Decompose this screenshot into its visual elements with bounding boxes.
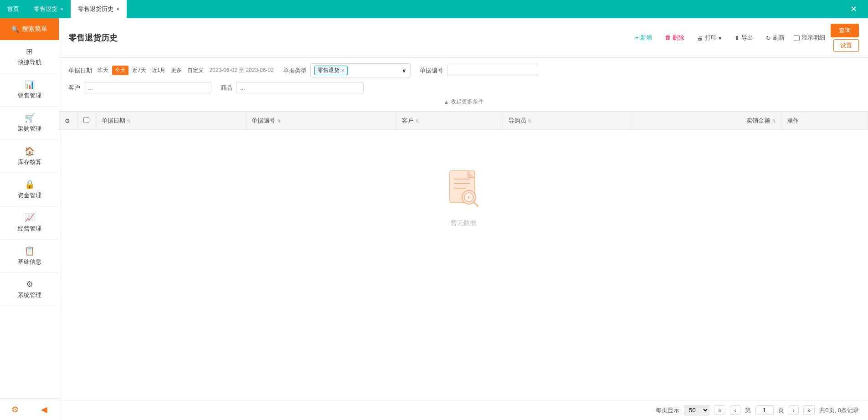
print-icon: 🖨	[697, 35, 703, 41]
sidebar-item-finance[interactable]: 🔒 资金管理	[0, 173, 59, 206]
th-customer[interactable]: 客户 ⇅	[396, 112, 503, 130]
sidebar-item-system-label: 系统管理	[18, 291, 41, 299]
page-label: 第	[745, 406, 751, 415]
refresh-label: 刷新	[773, 34, 785, 42]
sidebar-item-quick-nav[interactable]: ⊞ 快捷导航	[0, 40, 59, 73]
date-opt-yesterday[interactable]: 昨天	[96, 66, 110, 75]
goods-input[interactable]	[236, 82, 364, 93]
sales-mgmt-icon: 📊	[25, 80, 35, 90]
th-checkbox[interactable]	[77, 112, 96, 130]
print-dropdown-icon: ▾	[719, 35, 722, 41]
empty-illustration	[441, 166, 486, 212]
doc-type-dropdown-icon: ∨	[402, 67, 406, 74]
print-label: 打印	[705, 34, 717, 42]
next-page-button[interactable]: ›	[789, 405, 799, 415]
empty-text: 暂无数据	[451, 219, 476, 227]
filter-row-2: 客户 商品	[68, 82, 859, 93]
th-guide-label: 导购员	[508, 117, 526, 124]
th-customer-label: 客户	[402, 117, 414, 124]
sidebar-item-purchase-mgmt[interactable]: 🛒 采购管理	[0, 107, 59, 140]
data-table: ⚙ 单据日期 ⇅ 单据编号 ⇅ 客户	[59, 112, 868, 264]
show-detail-checkbox[interactable]	[794, 35, 800, 41]
customer-label: 客户	[68, 84, 80, 92]
sidebar-item-inventory[interactable]: 🏠 库存核算	[0, 140, 59, 173]
goods-label: 商品	[221, 84, 232, 92]
date-opt-1month[interactable]: 近1月	[150, 66, 168, 75]
delete-button[interactable]: 🗑 删除	[661, 32, 688, 44]
settings-button[interactable]: 设置	[833, 39, 859, 52]
th-doc-no-label: 单据编号	[252, 117, 275, 124]
print-button[interactable]: 🖨 打印 ▾	[693, 32, 725, 44]
sidebar-item-basic-info[interactable]: 📋 基础信息	[0, 240, 59, 273]
date-options: 昨天 今天 近7天 近1月 更多 自定义	[96, 66, 205, 75]
refresh-button[interactable]: ↻ 刷新	[762, 32, 788, 44]
tab-retail-return-history-label: 零售退货历史	[78, 5, 113, 13]
collapse-label: 收起更多条件	[451, 98, 483, 106]
page-number-input[interactable]	[755, 405, 774, 415]
content-area: 零售退货历史 + 新增 🗑 删除 🖨 打印 ▾ ⬆ 导出 ↻ 刷新	[59, 18, 868, 420]
doc-no-label: 单据编号	[420, 67, 443, 75]
sidebar: 🔍 搜索菜单 ⊞ 快捷导航 📊 销售管理 🛒 采购管理 🏠 库存核算 🔒	[0, 18, 59, 420]
export-button[interactable]: ⬆ 导出	[731, 32, 757, 44]
doc-type-filter: 单据类型 零售退货 × ∨	[283, 63, 411, 77]
doc-type-label: 单据类型	[283, 67, 307, 75]
sidebar-item-quick-nav-label: 快捷导航	[18, 58, 41, 67]
new-button[interactable]: + 新增	[632, 32, 656, 44]
sidebar-item-finance-label: 资金管理	[18, 191, 41, 200]
show-detail-checkbox-label[interactable]: 显示明细	[794, 34, 825, 42]
settings-bottom-icon[interactable]: ⚙	[11, 405, 19, 415]
th-settings[interactable]: ⚙	[59, 112, 77, 130]
date-opt-today[interactable]: 今天	[112, 66, 128, 75]
select-all-checkbox[interactable]	[83, 117, 89, 123]
customer-input[interactable]	[84, 82, 211, 93]
date-filter-label: 单据日期	[68, 67, 92, 75]
collapse-sidebar-icon[interactable]: ◀	[41, 405, 47, 415]
tab-retail-return[interactable]: 零售退货 ×	[26, 0, 71, 18]
goods-filter: 商品	[221, 82, 364, 93]
th-actual-amount-label: 实销金额	[746, 117, 770, 124]
prev-page-button[interactable]: ‹	[730, 405, 740, 415]
sidebar-item-operations[interactable]: 📈 经营管理	[0, 206, 59, 240]
doc-type-tag-remove[interactable]: ×	[341, 67, 344, 74]
doc-no-input[interactable]	[447, 65, 538, 76]
sidebar-item-basic-info-label: 基础信息	[18, 258, 41, 266]
page-header: 零售退货历史 + 新增 🗑 删除 🖨 打印 ▾ ⬆ 导出 ↻ 刷新	[59, 18, 868, 58]
main-layout: 🔍 搜索菜单 ⊞ 快捷导航 📊 销售管理 🛒 采购管理 🏠 库存核算 🔒	[0, 18, 868, 420]
last-page-button[interactable]: »	[803, 405, 815, 415]
th-action-label: 操作	[787, 117, 799, 124]
window-close-button[interactable]: ✕	[847, 4, 861, 14]
collapse-icon: ▲	[444, 99, 449, 105]
search-menu-button[interactable]: 🔍 搜索菜单	[0, 18, 59, 40]
th-doc-date[interactable]: 单据日期 ⇅	[96, 112, 246, 130]
sort-actual-amount-icon: ⇅	[772, 118, 776, 123]
top-bar: 首页 零售退货 × 零售退货历史 × ✕	[0, 0, 868, 18]
sort-doc-no-icon: ⇅	[277, 118, 281, 123]
page-size-select[interactable]: 50 10 20 100	[684, 405, 709, 415]
export-icon: ⬆	[734, 35, 740, 41]
date-range-display: 2023-06-02 至 2023-06-02	[209, 67, 273, 74]
date-opt-more[interactable]: 更多	[169, 66, 184, 75]
refresh-icon: ↻	[766, 35, 771, 41]
sidebar-item-system[interactable]: ⚙ 系统管理	[0, 273, 59, 306]
collapse-conditions-button[interactable]: ▲ 收起更多条件	[68, 98, 859, 106]
query-button[interactable]: 查询	[831, 24, 859, 37]
sidebar-item-sales-mgmt[interactable]: 📊 销售管理	[0, 73, 59, 107]
th-guide[interactable]: 导购员 ⇅	[503, 112, 631, 130]
th-doc-no[interactable]: 单据编号 ⇅	[246, 112, 396, 130]
tab-home[interactable]: 首页	[0, 0, 26, 18]
tab-retail-return-history[interactable]: 零售退货历史 ×	[71, 0, 127, 18]
date-opt-custom[interactable]: 自定义	[185, 66, 205, 75]
doc-type-tag: 零售退货 ×	[314, 66, 348, 75]
tab-retail-return-history-close[interactable]: ×	[116, 6, 119, 12]
first-page-button[interactable]: «	[714, 405, 725, 415]
sort-customer-icon: ⇅	[416, 118, 419, 123]
table-body: 暂无数据	[59, 130, 868, 264]
sort-doc-date-icon: ⇅	[127, 118, 130, 123]
th-actual-amount[interactable]: 实销金额 ⇅	[631, 112, 781, 130]
tab-retail-return-close[interactable]: ×	[60, 6, 63, 12]
system-icon: ⚙	[25, 279, 35, 289]
sidebar-item-operations-label: 经营管理	[18, 225, 41, 233]
date-opt-7days[interactable]: 近7天	[130, 66, 148, 75]
sidebar-item-inventory-label: 库存核算	[18, 158, 41, 166]
doc-type-select[interactable]: 零售退货 × ∨	[310, 63, 411, 77]
